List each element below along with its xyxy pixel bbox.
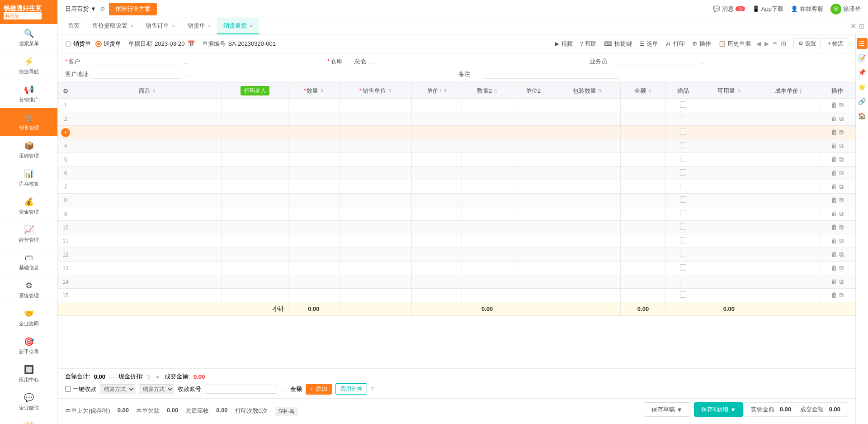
industry-selector[interactable]: 日用百货 ▼ [65, 5, 96, 13]
row-unit[interactable] [339, 221, 411, 234]
toolbar-operate[interactable]: ⚙ 操作 [690, 39, 713, 49]
delete-row-icon[interactable]: 🗑 [831, 210, 837, 218]
message-btn[interactable]: 💬 消息 70 [713, 5, 745, 13]
remark-input[interactable] [484, 70, 619, 79]
row-unit2[interactable] [513, 139, 554, 153]
row-pack-qty[interactable] [554, 221, 620, 234]
sidebar-item-guide[interactable]: 🎯 新手引导 [0, 332, 57, 360]
row-product[interactable] [73, 139, 222, 153]
row-amount[interactable] [621, 180, 666, 194]
sidebar-item-collab[interactable]: 🤝 企业协同 [0, 304, 57, 332]
gift-checkbox[interactable] [680, 210, 686, 216]
gift-checkbox[interactable] [680, 115, 686, 121]
row-pack-qty[interactable] [554, 234, 620, 248]
chevron-down-icon[interactable]: ▼ [677, 406, 683, 413]
toolbar-video[interactable]: ▶ 视频 [553, 39, 575, 49]
settings-gear-icon[interactable]: ⚙ [100, 5, 105, 12]
scan-btn[interactable]: 扫码录入 [241, 86, 269, 95]
copy-row-icon[interactable]: ⧉ [839, 291, 844, 299]
row-gift[interactable] [665, 248, 701, 262]
gift-checkbox[interactable] [680, 156, 686, 162]
row-gift[interactable] [665, 139, 701, 153]
row-available[interactable] [701, 248, 757, 262]
row-unit2[interactable] [513, 167, 554, 180]
row-pack-qty[interactable] [554, 167, 620, 180]
copy-row-icon[interactable]: ⧉ [839, 278, 844, 286]
row-available[interactable] [701, 234, 757, 248]
row-unit[interactable] [339, 99, 411, 112]
add-row-btn[interactable]: + [61, 128, 70, 137]
delete-row-icon[interactable]: 🗑 [831, 251, 837, 258]
row-product[interactable] [73, 99, 222, 112]
sort-icon[interactable]: ⇅ [648, 88, 651, 93]
tab-close-icon[interactable]: × [208, 23, 211, 29]
gift-checkbox[interactable] [680, 169, 686, 176]
gift-checkbox[interactable] [680, 183, 686, 189]
toolbar-select[interactable]: ☰ 选单 [637, 39, 660, 49]
settings-btn[interactable]: ⚙ 设置 [793, 38, 821, 49]
toolbar-print[interactable]: 🖨 打印 [664, 39, 687, 49]
row-qty[interactable] [288, 221, 339, 234]
copy-row-icon[interactable]: ⧉ [839, 237, 844, 245]
sidebar-item-purchase[interactable]: 📦 采购管理 [0, 136, 57, 164]
row-gift[interactable] [665, 153, 701, 167]
copy-row-icon[interactable]: ⧉ [839, 169, 844, 177]
online-service-btn[interactable]: 👤 在线客服 [791, 5, 823, 13]
one-key-checkbox[interactable] [65, 386, 71, 392]
address-dots[interactable]: … [184, 71, 190, 78]
row-price[interactable] [411, 99, 462, 112]
row-pack-qty[interactable] [554, 99, 620, 112]
row-product[interactable] [73, 207, 222, 221]
row-available[interactable] [701, 139, 757, 153]
sidebar-item-system[interactable]: ⚙ 系统管理 [0, 276, 57, 304]
tab-sales-return[interactable]: 销货退货 × [217, 18, 259, 34]
delete-row-icon[interactable]: 🗑 [831, 278, 837, 286]
chevron-down-icon[interactable]: ▼ [730, 406, 736, 413]
row-unit2[interactable] [513, 153, 554, 167]
row-available[interactable] [701, 221, 757, 234]
row-add-btn[interactable]: + [58, 126, 73, 139]
row-price[interactable] [411, 207, 462, 221]
delete-row-icon[interactable]: 🗑 [831, 183, 837, 191]
row-pack-qty[interactable] [554, 289, 620, 302]
row-gift[interactable] [665, 221, 701, 234]
delete-row-icon[interactable]: 🗑 [831, 115, 837, 123]
row-gift[interactable] [665, 234, 701, 248]
list-view-icon[interactable]: ≡ [773, 40, 777, 48]
fee-help-icon[interactable]: ? [371, 386, 374, 392]
row-price[interactable] [411, 180, 462, 194]
right-sidebar-icon-0[interactable]: ☰ [857, 38, 868, 49]
row-gift[interactable] [665, 207, 701, 221]
gift-checkbox[interactable] [680, 129, 686, 135]
tab-close-icon[interactable]: × [130, 23, 133, 29]
row-unit[interactable] [339, 153, 411, 167]
row-pack-qty[interactable] [554, 180, 620, 194]
delete-row-icon[interactable]: 🗑 [831, 291, 837, 299]
row-product-input[interactable] [73, 126, 222, 139]
row-unit[interactable] [339, 126, 411, 139]
sort-icon[interactable]: ⇅ [737, 88, 741, 93]
tab-sales-slip[interactable]: 销货单 × [181, 18, 217, 34]
row-qty2[interactable] [462, 194, 513, 207]
experience-btn[interactable]: 体验行业方案 [109, 3, 157, 15]
row-unit2[interactable] [513, 262, 554, 275]
row-qty[interactable] [288, 112, 339, 126]
row-unit2[interactable] [513, 275, 554, 289]
row-qty2[interactable] [462, 221, 513, 234]
calc-method-select[interactable]: 结算方式 [139, 384, 174, 394]
row-available[interactable] [701, 194, 757, 207]
delete-row-icon[interactable]: 🗑 [831, 196, 837, 204]
prev-record-icon[interactable]: ◀ [756, 40, 761, 47]
gift-checkbox[interactable] [680, 142, 686, 148]
gift-checkbox[interactable] [680, 278, 686, 284]
row-amount[interactable] [621, 167, 666, 180]
row-available[interactable] [701, 275, 757, 289]
col-scan[interactable]: 扫码录入 [222, 83, 288, 99]
sidebar-item-quicknav[interactable]: ⚡ 快捷导航 [0, 52, 57, 80]
row-qty[interactable] [288, 167, 339, 180]
tab-close-icon[interactable]: × [172, 23, 175, 29]
row-gift[interactable] [665, 275, 701, 289]
row-unit[interactable] [339, 112, 411, 126]
row-price[interactable] [411, 126, 462, 139]
sort-icon[interactable]: ⇅ [494, 88, 497, 93]
